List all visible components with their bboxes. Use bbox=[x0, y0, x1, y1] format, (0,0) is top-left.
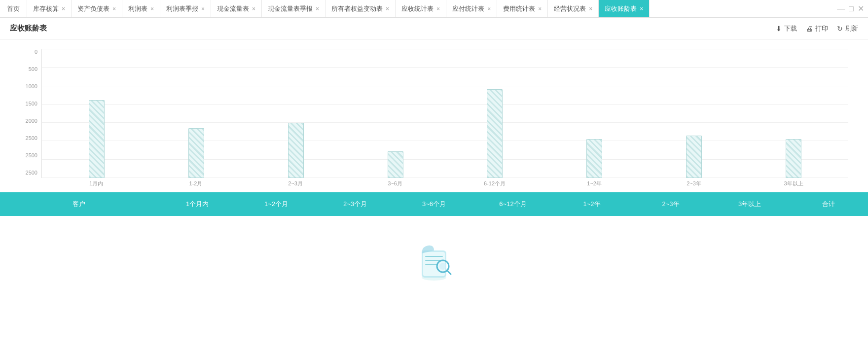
empty-state bbox=[0, 216, 868, 355]
tab-fee-stat-label: 费用统计表 bbox=[503, 4, 535, 13]
x-axis-label: 6-12个月 bbox=[483, 180, 506, 187]
y-axis-label: 2500 bbox=[20, 136, 37, 141]
x-axis-label: 1-2月 bbox=[184, 180, 208, 187]
download-button[interactable]: ⬇ 下载 bbox=[776, 24, 797, 33]
tab-profit-q[interactable]: 利润表季报 × bbox=[160, 0, 211, 17]
refresh-button[interactable]: ↻ 刷新 bbox=[837, 24, 858, 33]
bar-group bbox=[288, 123, 304, 178]
print-label: 打印 bbox=[815, 24, 828, 33]
table-header: 客户1个月内1~2个月2~3个月3~6个月6~12个月1~2年2~3年3年以上合… bbox=[0, 192, 868, 216]
tab-balance[interactable]: 资产负债表 × bbox=[72, 0, 122, 17]
tab-cashflow-label: 现金流量表 bbox=[217, 4, 249, 13]
x-labels: 1月内1-2月2~3月3~6月6-12个月1~2年2~3年3年以上 bbox=[41, 180, 848, 187]
tab-profit-close[interactable]: × bbox=[150, 5, 154, 12]
download-icon: ⬇ bbox=[776, 25, 782, 33]
tab-balance-label: 资产负债表 bbox=[77, 4, 109, 13]
bar bbox=[388, 151, 403, 178]
tab-cashflow-close[interactable]: × bbox=[252, 5, 255, 12]
tab-ap-stat-close[interactable]: × bbox=[487, 5, 491, 12]
tab-ar-stat-close[interactable]: × bbox=[436, 5, 440, 12]
tab-inventory-close[interactable]: × bbox=[62, 5, 65, 12]
tab-ap-stat[interactable]: 应付统计表 × bbox=[446, 0, 497, 17]
table-header-cell: 1个月内 bbox=[158, 192, 237, 216]
svg-line-8 bbox=[447, 270, 451, 274]
y-axis-label: 1000 bbox=[20, 84, 37, 89]
x-axis-label: 2~3月 bbox=[284, 180, 307, 187]
tab-profit[interactable]: 利润表 × bbox=[122, 0, 160, 17]
table-header-cell: 6~12个月 bbox=[473, 192, 552, 216]
svg-point-7 bbox=[439, 263, 446, 270]
bar bbox=[288, 123, 304, 178]
maximize-icon[interactable]: □ bbox=[849, 4, 854, 13]
minimize-icon[interactable]: — bbox=[837, 4, 845, 13]
tab-cashflow-q[interactable]: 现金流量表季报 × bbox=[262, 0, 326, 17]
tab-profit-q-close[interactable]: × bbox=[201, 5, 205, 12]
y-axis-label: 2500 bbox=[20, 170, 37, 176]
table-header-cell: 2~3年 bbox=[631, 192, 710, 216]
tab-business[interactable]: 经营状况表 × bbox=[548, 0, 599, 17]
table-header-cell: 2~3个月 bbox=[316, 192, 395, 216]
chart-body: 1月内1-2月2~3月3~6月6-12个月1~2年2~3年3年以上 bbox=[41, 49, 848, 187]
bar bbox=[586, 139, 602, 178]
tab-balance-close[interactable]: × bbox=[112, 5, 116, 12]
y-axis-label: 500 bbox=[20, 67, 37, 72]
bar-group bbox=[586, 139, 602, 178]
table-header-cell: 客户 bbox=[0, 192, 158, 216]
tab-cashflow-q-close[interactable]: × bbox=[316, 5, 319, 12]
tab-cashflow-q-label: 现金流量表季报 bbox=[268, 4, 313, 13]
y-axis-label: 1500 bbox=[20, 101, 37, 106]
bar-group bbox=[89, 100, 105, 178]
tab-fee-stat[interactable]: 费用统计表 × bbox=[497, 0, 548, 17]
tab-home[interactable]: 首页 bbox=[0, 0, 27, 17]
download-label: 下载 bbox=[784, 24, 797, 33]
tab-ar-age-close[interactable]: × bbox=[640, 5, 643, 12]
print-button[interactable]: 🖨 打印 bbox=[806, 24, 828, 33]
tab-fee-stat-close[interactable]: × bbox=[538, 5, 542, 12]
bar bbox=[89, 100, 105, 178]
page-title: 应收账龄表 bbox=[10, 24, 47, 33]
y-axis-label: 2500 bbox=[20, 153, 37, 158]
empty-illustration bbox=[409, 236, 459, 285]
main-content: 2500250025002000150010005000 1月内1-2月2~3月… bbox=[0, 39, 868, 355]
refresh-label: 刷新 bbox=[845, 24, 858, 33]
tab-cashflow[interactable]: 现金流量表 × bbox=[211, 0, 262, 17]
bars-row bbox=[42, 49, 848, 178]
x-axis-label: 3年以上 bbox=[782, 180, 805, 187]
x-axis-label: 1月内 bbox=[84, 180, 108, 187]
bar-chart: 2500250025002000150010005000 1月内1-2月2~3月… bbox=[20, 49, 848, 187]
tab-equity[interactable]: 所有者权益变动表 × bbox=[326, 0, 396, 17]
y-axis-label: 0 bbox=[20, 49, 37, 55]
page-header: 应收账龄表 ⬇ 下载 🖨 打印 ↻ 刷新 bbox=[0, 18, 868, 39]
tab-bar-end: — □ ✕ bbox=[837, 4, 868, 13]
bar-group bbox=[686, 136, 702, 178]
tab-business-close[interactable]: × bbox=[589, 5, 592, 12]
tab-equity-close[interactable]: × bbox=[386, 5, 389, 12]
tab-profit-label: 利润表 bbox=[128, 4, 147, 13]
tab-business-label: 经营状况表 bbox=[554, 4, 586, 13]
tab-bar: 首页 库存核算 × 资产负债表 × 利润表 × 利润表季报 × 现金流量表 × … bbox=[0, 0, 868, 18]
bar bbox=[686, 136, 702, 178]
bar-group bbox=[388, 151, 403, 178]
bar bbox=[487, 89, 503, 178]
chart-grid bbox=[41, 49, 848, 178]
tab-equity-label: 所有者权益变动表 bbox=[331, 4, 383, 13]
tab-ap-stat-label: 应付统计表 bbox=[452, 4, 484, 13]
chart-area: 2500250025002000150010005000 1月内1-2月2~3月… bbox=[0, 39, 868, 192]
table-header-cell: 合计 bbox=[789, 192, 868, 216]
tab-ar-stat[interactable]: 应收统计表 × bbox=[396, 0, 446, 17]
x-axis-label: 2~3年 bbox=[682, 180, 706, 187]
tab-inventory[interactable]: 库存核算 × bbox=[27, 0, 72, 17]
refresh-icon: ↻ bbox=[837, 25, 843, 33]
y-axis: 2500250025002000150010005000 bbox=[20, 49, 37, 187]
bar-group bbox=[786, 139, 801, 178]
bar-group bbox=[188, 128, 204, 178]
print-icon: 🖨 bbox=[806, 25, 813, 33]
x-axis-label: 3~6月 bbox=[383, 180, 407, 187]
bar-group bbox=[487, 89, 503, 178]
table-header-cell: 3~6个月 bbox=[395, 192, 473, 216]
tab-inventory-label: 库存核算 bbox=[33, 4, 59, 13]
table-header-cell: 3年以上 bbox=[710, 192, 789, 216]
header-actions: ⬇ 下载 🖨 打印 ↻ 刷新 bbox=[776, 24, 858, 33]
close-window-icon[interactable]: ✕ bbox=[858, 4, 864, 13]
tab-ar-age[interactable]: 应收账龄表 × bbox=[599, 0, 650, 17]
